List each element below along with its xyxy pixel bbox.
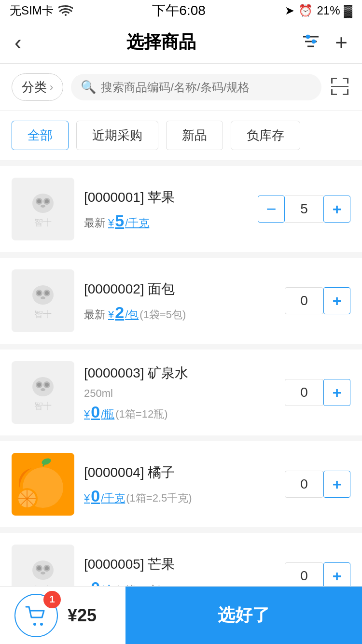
owl-icon — [29, 373, 56, 397]
tab-new[interactable]: 新品 — [166, 121, 223, 150]
nav-bar: ‹ 选择商品 + — [0, 21, 362, 64]
tab-recent[interactable]: 近期采购 — [76, 121, 158, 150]
product-price: 最新 ¥ 5 /千克 — [84, 211, 248, 230]
cart-badge: 1 — [43, 591, 61, 608]
svg-point-61 — [40, 623, 43, 626]
product-info: [0000002] 面包 最新 ¥ 2 /包 (1袋=5包) — [84, 280, 275, 322]
product-price: ¥ 0 /瓶 (1箱=12瓶) — [84, 403, 275, 421]
quantity-input[interactable] — [285, 379, 323, 406]
tab-negative[interactable]: 负库存 — [231, 121, 300, 150]
category-button[interactable]: 分类 › — [12, 73, 63, 101]
increase-button[interactable]: + — [323, 287, 350, 314]
svg-point-30 — [45, 383, 49, 387]
increase-button[interactable]: + — [323, 471, 350, 498]
list-item: [0000004] 橘子 ¥ 0 /千克 (1箱=2.5千克) + — [0, 441, 362, 527]
wifi-icon — [58, 5, 73, 16]
category-arrow-icon: › — [50, 81, 53, 94]
confirm-button[interactable]: 选好了 — [125, 587, 362, 644]
svg-point-43 — [32, 560, 54, 580]
svg-point-18 — [45, 199, 49, 203]
increase-button[interactable]: + — [323, 379, 350, 406]
quantity-control: − + — [258, 196, 350, 223]
back-button[interactable]: ‹ — [14, 30, 22, 55]
svg-rect-10 — [331, 89, 333, 95]
svg-point-46 — [37, 566, 41, 570]
cart-area: 1 ¥25 — [0, 594, 125, 637]
svg-point-31 — [41, 388, 45, 391]
owl-icon — [29, 190, 56, 214]
product-image: 智十 — [12, 269, 74, 332]
list-item: 智十 [0000002] 面包 最新 ¥ 2 /包 (1袋=5包) + — [0, 258, 362, 344]
scan-icon — [329, 76, 350, 97]
product-name: [0000001] 苹果 — [84, 188, 248, 207]
quantity-control: + — [285, 287, 350, 314]
svg-rect-6 — [331, 78, 333, 84]
search-input-wrap: 🔍 — [71, 74, 321, 100]
status-left: 无SIM卡 — [10, 3, 73, 18]
cart-total: ¥25 — [68, 605, 97, 626]
bottom-bar: 1 ¥25 选好了 — [0, 586, 362, 644]
add-button[interactable]: + — [335, 30, 348, 55]
increase-button[interactable]: + — [323, 562, 350, 589]
quantity-input[interactable] — [285, 562, 323, 589]
category-label: 分类 — [22, 79, 47, 96]
quantity-control: + — [285, 562, 350, 589]
product-name: [0000003] 矿泉水 — [84, 364, 275, 382]
product-name: [0000005] 芒果 — [84, 555, 275, 574]
quantity-input[interactable] — [285, 287, 323, 314]
product-info: [0000003] 矿泉水 250ml ¥ 0 /瓶 (1箱=12瓶) — [84, 364, 275, 421]
list-item: 智十 [0000003] 矿泉水 250ml ¥ 0 /瓶 (1箱=12瓶) + — [0, 350, 362, 435]
product-name: [0000004] 橘子 — [84, 463, 275, 482]
product-price: 最新 ¥ 2 /包 (1袋=5包) — [84, 303, 275, 322]
svg-point-4 — [312, 40, 316, 43]
list-item: 智十 [0000001] 苹果 最新 ¥ 5 /千克 − + — [0, 166, 362, 252]
svg-rect-12 — [347, 89, 348, 95]
scan-button[interactable] — [329, 76, 350, 98]
svg-point-3 — [306, 35, 310, 39]
svg-point-14 — [32, 194, 54, 213]
svg-point-60 — [33, 623, 36, 626]
product-price: ¥ 0 /千克 (1箱=2.5千克) — [84, 487, 275, 505]
quantity-input[interactable] — [285, 471, 323, 498]
owl-icon — [29, 281, 56, 306]
battery-icon: ▓ — [344, 4, 353, 17]
filter-icon-button[interactable] — [301, 33, 320, 52]
svg-point-17 — [37, 199, 41, 203]
nav-actions: + — [301, 30, 348, 55]
filter-icon — [301, 33, 320, 50]
svg-point-48 — [41, 572, 45, 574]
page-title: 选择商品 — [126, 30, 196, 54]
product-list: 智十 [0000001] 苹果 最新 ¥ 5 /千克 − + — [0, 166, 362, 644]
search-icon: 🔍 — [81, 80, 96, 95]
svg-point-25 — [41, 296, 45, 299]
product-image: 智十 — [12, 178, 74, 240]
svg-point-47 — [45, 566, 49, 570]
cart-icon — [24, 605, 48, 626]
battery-text: 21% — [317, 4, 340, 17]
status-time: 下午6:08 — [152, 1, 206, 20]
cart-icon-wrap[interactable]: 1 — [14, 594, 58, 637]
product-info: [0000001] 苹果 最新 ¥ 5 /千克 — [84, 188, 248, 230]
svg-point-26 — [32, 377, 54, 396]
increase-button[interactable]: + — [323, 196, 350, 223]
decrease-button[interactable]: − — [258, 196, 285, 223]
svg-rect-8 — [347, 78, 348, 84]
product-image: 智十 — [12, 361, 74, 424]
orange-image — [12, 453, 74, 516]
filter-tabs: 全部 近期采购 新品 负库存 — [0, 111, 362, 160]
search-bar: 分类 › 🔍 — [0, 64, 362, 111]
svg-point-23 — [37, 291, 41, 295]
product-info: [0000004] 橘子 ¥ 0 /千克 (1箱=2.5千克) — [84, 463, 275, 505]
search-input[interactable] — [101, 81, 312, 94]
svg-point-24 — [45, 291, 49, 295]
tab-all[interactable]: 全部 — [12, 121, 69, 150]
status-bar: 无SIM卡 下午6:08 ➤ ⏰ 21% ▓ — [0, 0, 362, 21]
alarm-icon: ⏰ — [298, 4, 313, 17]
carrier-text: 无SIM卡 — [10, 3, 54, 18]
quantity-control: + — [285, 471, 350, 498]
svg-point-20 — [32, 285, 54, 305]
product-image — [12, 453, 74, 516]
quantity-input[interactable] — [285, 196, 323, 223]
svg-point-29 — [37, 383, 41, 387]
owl-icon — [29, 557, 56, 581]
